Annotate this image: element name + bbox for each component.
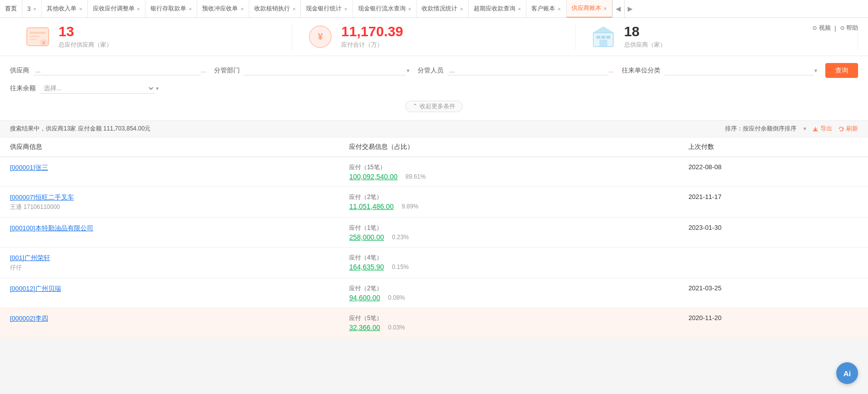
recv-verify-label: 收款核销执行 — [254, 4, 290, 13]
nav-tab-3[interactable]: 3 × — [22, 0, 42, 18]
unit-class-input[interactable] — [664, 66, 814, 75]
pre-recv-close[interactable]: × — [240, 6, 243, 12]
query-button[interactable]: 查询 — [825, 63, 858, 78]
nav-tab-home[interactable]: 首页 — [0, 0, 22, 18]
help-link[interactable]: ⊙ 帮助 — [840, 24, 858, 32]
table-row: [000007]恒旺二手叉车 王通 17106110000 应付（2笔） 11,… — [0, 187, 868, 218]
nav-tab-other-income[interactable]: 其他收入单 × — [42, 0, 87, 18]
other-income-close[interactable]: × — [79, 6, 82, 12]
supplier-label: 供应商 — [10, 66, 29, 75]
result-info: 搜索结果中，供应商13家 应付金额 111,703,854.00元 — [10, 125, 150, 133]
supplier-field: 供应商 ... — [10, 66, 206, 75]
tx-info-1: 应付（2笔） 11,051,486.00 9.89% — [349, 193, 688, 210]
tx-row-1: 11,051,486.00 9.89% — [349, 202, 688, 210]
unit-class-field: 往来单位分类 ▾ — [622, 66, 818, 75]
nav-tab-ar-ap[interactable]: 应收应付调整单 × — [88, 0, 145, 18]
nav-tab-recv-verify[interactable]: 收款核销执行 × — [249, 0, 301, 18]
nav-arrow-left[interactable]: ◀ — [612, 0, 624, 18]
nav-tab-cash-flow[interactable]: 现金银行流水查询 × — [353, 0, 417, 18]
ar-ap-close[interactable]: × — [137, 6, 140, 12]
result-actions: 排序：按应付余额倒序排序 ▾ 导出 刷新 — [725, 125, 858, 133]
nav-tab-recv-stat[interactable]: 收款情况统计 × — [417, 0, 468, 18]
ar-ap-label: 应收应付调整单 — [93, 4, 135, 13]
tx-amount-1[interactable]: 11,051,486.00 — [349, 202, 394, 210]
svg-rect-10 — [601, 36, 605, 39]
supplier-table: 供应商信息 应付交易信息（占比） 上次付数 [000001]张三 应付（15笔）… — [0, 137, 868, 338]
supplier-link-1[interactable]: [000007]恒旺二手叉车 — [10, 194, 74, 201]
cash-bank-stat-close[interactable]: × — [344, 6, 347, 12]
tx-percent-5: 0.03% — [388, 324, 405, 331]
tx-row-2: 258,000.00 0.23% — [349, 233, 688, 241]
export-button[interactable]: 导出 — [812, 125, 832, 133]
nav-tab-overdue[interactable]: 超期应收款查询 × — [469, 0, 526, 18]
table-row: [000002]李四 应付（5笔） 32,366.00 0.03% 2020-1… — [0, 308, 868, 338]
tx-amount-3[interactable]: 164,635.90 — [349, 263, 384, 271]
refresh-button[interactable]: 刷新 — [838, 125, 858, 133]
tx-label-4: 应付（2笔） — [349, 284, 688, 293]
person-field: 分管人员 ... — [418, 66, 614, 75]
last-pay-2: 2023-01-30 — [688, 224, 858, 231]
sort-dropdown-icon[interactable]: ▾ — [803, 126, 806, 132]
nav-tab-customer-ledger[interactable]: 客户账本 × — [526, 0, 566, 18]
dept-input[interactable] — [244, 66, 406, 75]
col-header-tx: 应付交易信息（占比） — [349, 142, 688, 151]
supplier-input[interactable] — [33, 66, 201, 75]
tx-row-3: 164,635.90 0.15% — [349, 263, 688, 271]
card1-value: 13 — [59, 25, 112, 39]
home-label: 首页 — [5, 4, 17, 13]
supplier-link-4[interactable]: [000012]广州贝瑞 — [10, 285, 61, 292]
tx-info-2: 应付（1笔） 258,000.00 0.23% — [349, 224, 688, 241]
person-more-btn[interactable]: ... — [608, 67, 613, 74]
nav-tab-cash-bank-stat[interactable]: 现金银行统计 × — [301, 0, 353, 18]
cash-bank-stat-label: 现金银行统计 — [306, 4, 342, 13]
export-icon — [812, 126, 818, 132]
overdue-label: 超期应收款查询 — [474, 4, 515, 13]
tx-percent-1: 9.89% — [402, 203, 419, 210]
supplier-link-2[interactable]: [000100]本特勤油品有限公司 — [10, 224, 93, 232]
card2-label: 应付合计（万） — [341, 41, 403, 49]
supplier-link-3[interactable]: [001]广州荣轩 — [10, 254, 50, 262]
balance-dropdown-icon[interactable]: ▾ — [156, 85, 159, 92]
supplier-link-5[interactable]: [000002]李四 — [10, 315, 48, 322]
supplier-sub-3: 仔仔 — [10, 263, 349, 272]
unit-class-dropdown-icon[interactable]: ▾ — [814, 67, 817, 74]
tab3-close[interactable]: × — [33, 6, 36, 12]
table-row: [001]广州荣轩 仔仔 应付（4笔） 164,635.90 0.15% — [0, 248, 868, 278]
svg-rect-11 — [606, 36, 610, 39]
tx-label-1: 应付（2笔） — [349, 193, 688, 201]
tx-amount-4[interactable]: 94,600.00 — [349, 294, 380, 302]
recv-stat-close[interactable]: × — [460, 6, 463, 12]
tx-amount-2[interactable]: 258,000.00 — [349, 233, 384, 241]
cash-flow-label: 现金银行流水查询 — [358, 4, 406, 13]
nav-tab-supplier-ledger[interactable]: 供应商账本 × — [567, 0, 612, 18]
bank-close[interactable]: × — [189, 6, 192, 12]
tx-amount-5[interactable]: 32,366.00 — [349, 324, 380, 331]
card2-info: 11,170.39 应付合计（万） — [341, 25, 403, 49]
overdue-close[interactable]: × — [518, 6, 521, 12]
last-pay-5: 2020-11-20 — [688, 314, 858, 322]
person-input[interactable] — [447, 66, 608, 75]
collapse-button[interactable]: ⌃ 收起更多条件 — [405, 101, 462, 112]
supplier-link-0[interactable]: [000001]张三 — [10, 164, 48, 171]
recv-verify-close[interactable]: × — [292, 6, 295, 12]
video-link[interactable]: ⊙ 视频 — [812, 24, 830, 32]
nav-tab-pre-recv[interactable]: 预收冲应收单 × — [197, 0, 249, 18]
bank-label: 银行存取款单 — [150, 4, 186, 13]
supplier-sub-1: 王通 17106110000 — [10, 203, 349, 211]
tx-info-4: 应付（2笔） 94,600.00 0.08% — [349, 284, 688, 302]
last-pay-1: 2021-11-17 — [688, 193, 858, 200]
dept-dropdown-icon[interactable]: ▾ — [407, 67, 410, 74]
supplier-ledger-close[interactable]: × — [604, 5, 607, 11]
tx-row-4: 94,600.00 0.08% — [349, 294, 688, 302]
table-header: 供应商信息 应付交易信息（占比） 上次付数 — [0, 137, 868, 157]
nav-tab-bank[interactable]: 银行存取款单 × — [145, 0, 197, 18]
tx-percent-4: 0.08% — [388, 294, 405, 301]
customer-ledger-close[interactable]: × — [558, 6, 561, 12]
nav-arrow-right[interactable]: ▶ — [624, 0, 636, 18]
balance-select[interactable]: 选择... — [40, 83, 155, 94]
supplier-more-btn[interactable]: ... — [201, 67, 206, 74]
cash-flow-close[interactable]: × — [408, 6, 411, 12]
card3-value: 18 — [624, 25, 666, 39]
supplier-info-2: [000100]本特勤油品有限公司 — [10, 224, 349, 234]
tx-amount-0[interactable]: 100,092,540.00 — [349, 173, 397, 181]
